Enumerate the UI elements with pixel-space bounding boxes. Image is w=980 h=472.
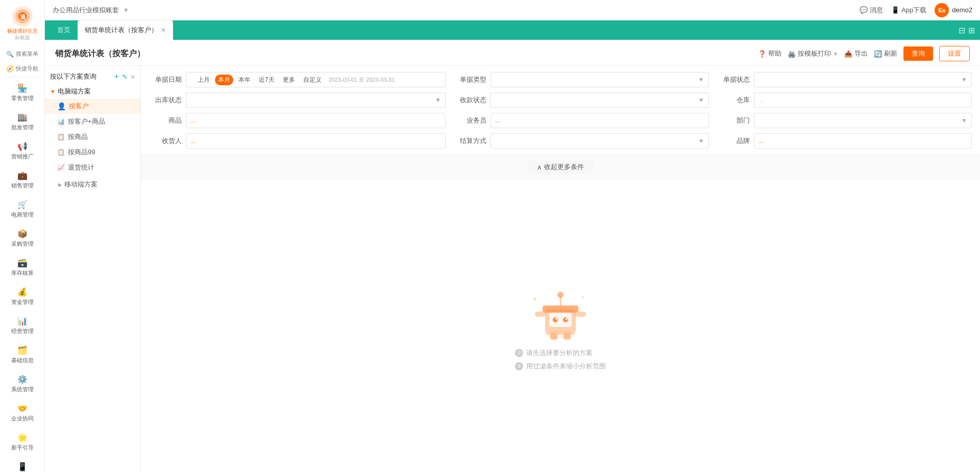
sidebar-divider-1 [4,77,40,77]
scheme-item-by-customer-goods-label: 按客户+商品 [68,117,105,126]
sidebar-item-wholesale[interactable]: 🏬 批发管理 [0,107,44,136]
logo-icon: 通 [11,5,34,28]
refresh-label: 刷新 [884,49,897,58]
scheme-item-return-stats[interactable]: 📈 退货统计 [45,160,140,175]
sidebar-nav-shortcut[interactable]: 🧭 快捷导航 [0,62,44,76]
sidebar-item-inventory[interactable]: 🗃️ 库存核算 [0,253,44,282]
sidebar-item-sales[interactable]: 💼 销售管理 [0,166,44,195]
doc-type-control[interactable]: ▼ [491,72,708,87]
sidebar-item-cooperation[interactable]: 🤝 企业协同 [0,398,44,428]
header-dropdown-icon[interactable]: ▼ [123,7,129,14]
sidebar-item-basic[interactable]: 🗂️ 基础信息 [0,340,44,369]
sidebar-item-system[interactable]: ⚙️ 系统管理 [0,369,44,398]
help-btn[interactable]: ❓ 帮助 [758,49,781,58]
print-btn[interactable]: 🖨️ 按模板打印 ▼ [788,49,838,58]
filter-row-1: 单据日期 上月 本月 本年 近7天 更多 自定义 2023-03-01 至 20… [149,72,972,87]
scheme-item-by-customer-label: 按客户 [69,102,89,111]
export-label: 导出 [854,49,868,58]
sidebar-item-appcenter[interactable]: 📱 应用中心 [0,457,44,472]
collapse-more-btn[interactable]: ∧ 收起更多条件 [527,160,594,174]
sidebar-item-ecommerce[interactable]: 🛒 电商管理 [0,195,44,224]
refresh-btn[interactable]: 🔄 刷新 [874,49,897,58]
receipt-status-label: 收款状态 [454,96,491,105]
scheme-group-pc-header[interactable]: ▼ 电脑端方案 [45,84,140,99]
content-area: 销货单统计表（按客户） ❓ 帮助 🖨️ 按模板打印 ▼ 📤 导出 🔄 刷新 [45,40,980,472]
operation-icon: 📊 [17,316,28,326]
tip-num-1: ① [515,349,523,357]
svg-text:✦: ✦ [581,294,585,300]
collapse-panel-btn[interactable]: « [131,72,135,81]
top-header: 办公用品行业模拟账套 ▼ 💬 消息 📱 App下载 Ea demo2 [45,0,980,20]
filter-row-2: 出库状态 ▼ 收款状态 ▼ 仓库 ... [149,92,972,108]
ecommerce-icon: 🛒 [17,200,28,209]
left-panel-header: 按以下方案查询 + ✎ « [45,70,140,84]
date-btn-last-month[interactable]: 上月 [194,75,213,85]
sidebar-search[interactable]: 🔍 帮助 搜索菜单 [0,46,44,62]
sidebar-item-newbie[interactable]: 🌟 新手引导 [0,428,44,457]
print-label: 按模板打印 [798,49,831,58]
svg-point-13 [557,292,564,298]
brand-label: 品牌 [717,136,754,146]
date-btn-more[interactable]: 更多 [280,75,298,85]
system-icon: ⚙️ [17,374,28,384]
sidebar-item-purchase[interactable]: 📦 采购管理 [0,224,44,253]
filter-area: 单据日期 上月 本月 本年 近7天 更多 自定义 2023-03-01 至 20… [141,66,980,155]
scheme-item-by-goods[interactable]: 📋 按商品 [45,129,140,145]
department-control[interactable]: ▼ [754,113,972,128]
tab-maximize-icon[interactable]: ⊞ [968,26,975,35]
scheme-group-mobile-header[interactable]: ▶ 移动端方案 [49,177,140,192]
purchase-icon: 📦 [17,229,28,239]
goods-scheme-icon: 📋 [57,133,65,140]
phone-icon: 📱 [891,6,899,14]
svg-rect-6 [543,305,578,313]
tab-close-btn[interactable]: ✕ [161,27,166,33]
warehouse-control[interactable]: ... [754,92,972,108]
export-btn[interactable]: 📤 导出 [844,49,868,58]
scheme-item-by-customer-goods[interactable]: 📊 按客户+商品 [45,114,140,129]
appcenter-icon: 📱 [17,462,28,471]
brand-control[interactable]: ... [754,133,972,149]
scheme-item-by-goods99[interactable]: 📋 按商品99 [45,145,140,160]
sidebar-item-retail[interactable]: 🏪 零售管理 [0,78,44,107]
finance-icon: 💰 [17,287,28,297]
settings-btn[interactable]: 设置 [939,46,970,61]
newbie-icon: 🌟 [17,433,28,442]
scheme-item-by-goods99-label: 按商品99 [68,148,95,157]
warehouse-placeholder: ... [758,97,967,104]
settlement-control[interactable]: ▼ [491,133,708,149]
empty-tips: ① 请先选择要分析的方案 ② 用过滤条件来缩小分析范围 [515,348,606,371]
receipt-status-control[interactable]: ▼ [491,92,708,108]
scheme-group-pc-arrow: ▼ [50,88,56,95]
query-btn[interactable]: 查询 [903,46,933,61]
scheme-item-by-customer[interactable]: 👤 按客户 [45,99,140,114]
tab-sales-stats[interactable]: 销货单统计表（按客户） ✕ [78,20,173,40]
add-scheme-btn[interactable]: + [114,72,119,81]
sidebar-item-operation[interactable]: 📊 经营管理 [0,311,44,340]
empty-tip-2-text: 用过滤条件来缩小分析范围 [526,362,606,371]
edit-scheme-btn[interactable]: ✎ [122,73,128,81]
out-status-control[interactable]: ▼ [186,92,446,108]
consignee-control[interactable]: ... [186,133,446,149]
date-btn-custom[interactable]: 自定义 [300,75,325,85]
sidebar-item-marketing[interactable]: 📢 营销推广 [0,136,44,166]
sidebar-logo[interactable]: 通 畅捷通好生意 标账版 [0,0,44,46]
inventory-icon: 🗃️ [17,258,28,268]
user-profile[interactable]: Ea demo2 [935,3,972,17]
tab-minimize-icon[interactable]: ⊟ [959,26,965,35]
tab-home[interactable]: 首页 [50,20,78,40]
date-btn-7days[interactable]: 近7天 [256,75,278,85]
goods-control[interactable]: ... [186,113,446,128]
date-btn-this-month[interactable]: 本月 [215,75,233,85]
header-left: 办公用品行业模拟账套 ▼ [53,6,129,15]
doc-type-dropdown-icon: ▼ [698,76,704,83]
sidebar-item-finance[interactable]: 💰 资金管理 [0,282,44,311]
doc-status-control[interactable]: ▼ [754,72,972,87]
app-download-btn[interactable]: 📱 App下载 [891,6,926,15]
message-btn[interactable]: 💬 消息 [860,6,883,15]
date-btn-this-year[interactable]: 本年 [235,75,254,85]
salesperson-control[interactable]: ... [491,113,708,128]
out-status-label: 出库状态 [149,96,186,105]
salesperson-label: 业务员 [454,116,491,125]
logo-subtext: 标账版 [7,34,38,41]
split-layout: 按以下方案查询 + ✎ « ▼ 电脑端方案 👤 按客户 [45,66,980,472]
